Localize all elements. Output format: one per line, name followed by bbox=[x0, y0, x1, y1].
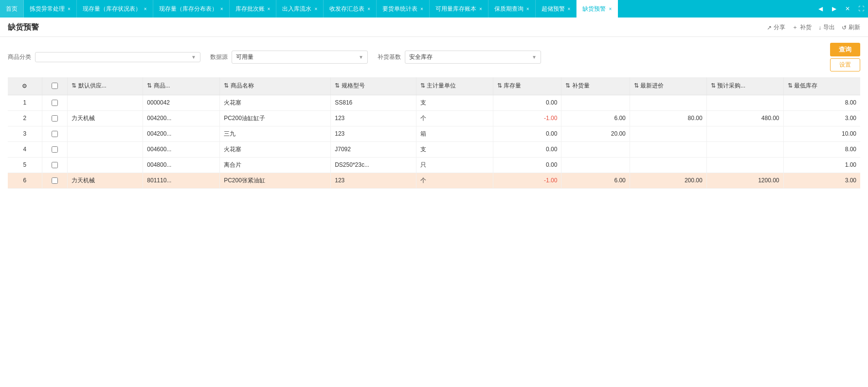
tab-item-4[interactable]: 库存批次账× bbox=[230, 0, 277, 18]
cell-price-2 bbox=[630, 126, 706, 141]
refresh-button[interactable]: ↺ 刷新 bbox=[842, 23, 860, 32]
datasource-filter-group: 数据源 可用量 ▼ bbox=[210, 51, 368, 64]
cell-check-4 bbox=[42, 157, 68, 173]
cell-spec-2: 123 bbox=[331, 126, 416, 141]
tab-item-2[interactable]: 现存量（库存状况表）× bbox=[77, 0, 153, 18]
replenish-basis-filter-group: 补货基数 安全库存 ▼ bbox=[378, 51, 541, 64]
cell-unit-1: 个 bbox=[416, 110, 493, 126]
row-checkbox-1[interactable] bbox=[52, 115, 58, 122]
tab-item-0[interactable]: 首页 bbox=[0, 0, 24, 18]
table-row: 1 0000042 火花塞 SS816 支 0.00 8.00 bbox=[8, 95, 860, 110]
table-row: 5 004800... 离合片 DS250*23c... 只 0.00 1.00 bbox=[8, 157, 860, 173]
cell-spec-0: SS816 bbox=[331, 95, 416, 110]
col-header-code[interactable]: ⇅ 商品... bbox=[143, 77, 220, 95]
cell-check-3 bbox=[42, 141, 68, 157]
query-button[interactable]: 查询 bbox=[830, 43, 860, 56]
cell-name-0: 火花塞 bbox=[220, 95, 331, 110]
tab-close-icon-8[interactable]: × bbox=[479, 6, 482, 12]
row-checkbox-3[interactable] bbox=[52, 146, 58, 153]
cell-code-2: 004200... bbox=[143, 126, 220, 141]
cell-seq-0: 1 bbox=[8, 95, 42, 110]
tab-item-5[interactable]: 出入库流水× bbox=[276, 0, 324, 18]
category-select[interactable]: ▼ bbox=[35, 52, 200, 62]
cell-price-3 bbox=[630, 141, 706, 157]
cell-unit-2: 箱 bbox=[416, 126, 493, 141]
cell-supplier-4 bbox=[68, 157, 143, 173]
category-filter-group: 商品分类 ▼ bbox=[8, 52, 200, 62]
cell-estimated-1: 480.00 bbox=[706, 110, 783, 126]
cell-check-2 bbox=[42, 126, 68, 141]
cell-seq-5: 6 bbox=[8, 173, 42, 188]
tab-close-icon-7[interactable]: × bbox=[420, 6, 423, 12]
cell-unit-4: 只 bbox=[416, 157, 493, 173]
cell-replenish-0 bbox=[561, 95, 630, 110]
data-table: ⚙ ⇅ 默认供应... ⇅ 商品... ⇅ 商品名称 ⇅ bbox=[8, 77, 860, 189]
share-button[interactable]: ↗ 分享 bbox=[767, 23, 785, 32]
gear-icon[interactable]: ⚙ bbox=[12, 83, 38, 89]
export-icon: ↓ bbox=[818, 24, 821, 31]
row-checkbox-2[interactable] bbox=[52, 131, 58, 137]
tab-bar: 首页拣货异常处理×现存量（库存状况表）×现存量（库存分布表）×库存批次账×出入库… bbox=[0, 0, 868, 18]
col-header-min-stock[interactable]: ⇅ 最低库存 bbox=[783, 77, 860, 95]
cell-check-1 bbox=[42, 110, 68, 126]
tab-item-3[interactable]: 现存量（库存分布表）× bbox=[153, 0, 230, 18]
tab-item-7[interactable]: 要货单统计表× bbox=[377, 0, 430, 18]
tab-item-10[interactable]: 超储预警× bbox=[536, 0, 577, 18]
tab-close-icon-10[interactable]: × bbox=[568, 6, 571, 12]
cell-replenish-2: 20.00 bbox=[561, 126, 630, 141]
tab-close-icon-9[interactable]: × bbox=[526, 6, 529, 12]
tab-item-6[interactable]: 收发存汇总表× bbox=[324, 0, 377, 18]
tab-close-icon-4[interactable]: × bbox=[268, 6, 271, 12]
replenish-button[interactable]: ＋ 补货 bbox=[792, 23, 812, 32]
tab-close-icon-6[interactable]: × bbox=[367, 6, 370, 12]
cell-price-4 bbox=[630, 157, 706, 173]
col-header-name[interactable]: ⇅ 商品名称 bbox=[220, 77, 331, 95]
cell-replenish-3 bbox=[561, 141, 630, 157]
row-checkbox-5[interactable] bbox=[52, 177, 58, 184]
col-header-supplier[interactable]: ⇅ 默认供应... bbox=[68, 77, 143, 95]
replenish-basis-value: 安全库存 bbox=[409, 53, 433, 61]
datasource-select[interactable]: 可用量 ▼ bbox=[232, 51, 368, 64]
tab-close-icon-5[interactable]: × bbox=[314, 6, 317, 12]
row-checkbox-0[interactable] bbox=[52, 100, 58, 106]
cell-min-stock-2: 10.00 bbox=[783, 126, 860, 141]
filter-actions: 查询 设置 bbox=[830, 43, 860, 71]
col-header-unit[interactable]: ⇅ 主计量单位 bbox=[416, 77, 493, 95]
cell-price-1: 80.00 bbox=[630, 110, 706, 126]
cell-min-stock-1: 3.00 bbox=[783, 110, 860, 126]
tab-fullscreen[interactable]: ⛶ bbox=[854, 0, 868, 18]
header-actions: ↗ 分享 ＋ 补货 ↓ 导出 ↺ 刷新 bbox=[767, 23, 860, 32]
col-header-spec[interactable]: ⇅ 规格型号 bbox=[331, 77, 416, 95]
col-header-price[interactable]: ⇅ 最新进价 bbox=[630, 77, 706, 95]
tab-close-icon-2[interactable]: × bbox=[144, 6, 147, 12]
tab-close-icon-3[interactable]: × bbox=[220, 6, 223, 12]
table-row: 6 力天机械 801110... PC200张紧油缸 123 个 -1.00 6… bbox=[8, 173, 860, 188]
cell-min-stock-3: 8.00 bbox=[783, 141, 860, 157]
tab-item-8[interactable]: 可用量库存账本× bbox=[430, 0, 488, 18]
cell-code-3: 004600... bbox=[143, 141, 220, 157]
col-header-replenish[interactable]: ⇅ 补货量 bbox=[561, 77, 630, 95]
replenish-basis-select[interactable]: 安全库存 ▼ bbox=[405, 51, 541, 64]
refresh-icon: ↺ bbox=[842, 24, 847, 31]
tab-nav-left[interactable]: ◀ bbox=[814, 0, 827, 18]
cell-replenish-1: 6.00 bbox=[561, 110, 630, 126]
select-all-checkbox[interactable] bbox=[52, 83, 58, 89]
export-button[interactable]: ↓ 导出 bbox=[818, 23, 835, 32]
col-header-stock[interactable]: ⇅ 库存量 bbox=[493, 77, 561, 95]
tab-item-9[interactable]: 保质期查询× bbox=[488, 0, 536, 18]
tab-nav-right[interactable]: ▶ bbox=[827, 0, 841, 18]
category-label: 商品分类 bbox=[8, 53, 31, 61]
row-checkbox-4[interactable] bbox=[52, 162, 58, 168]
setting-button[interactable]: 设置 bbox=[830, 58, 860, 71]
table-header-row: ⚙ ⇅ 默认供应... ⇅ 商品... ⇅ 商品名称 ⇅ bbox=[8, 77, 860, 95]
tab-close-all[interactable]: ✕ bbox=[841, 0, 854, 18]
col-header-estimated[interactable]: ⇅ 预计采购... bbox=[706, 77, 783, 95]
datasource-chevron-icon: ▼ bbox=[359, 54, 363, 60]
tab-item-1[interactable]: 拣货异常处理× bbox=[24, 0, 77, 18]
tab-item-11[interactable]: 缺货预警× bbox=[577, 0, 618, 18]
cell-seq-2: 3 bbox=[8, 126, 42, 141]
tab-close-icon-11[interactable]: × bbox=[609, 6, 612, 12]
cell-code-4: 004800... bbox=[143, 157, 220, 173]
tab-close-icon-1[interactable]: × bbox=[68, 6, 71, 12]
cell-name-3: 火花塞 bbox=[220, 141, 331, 157]
